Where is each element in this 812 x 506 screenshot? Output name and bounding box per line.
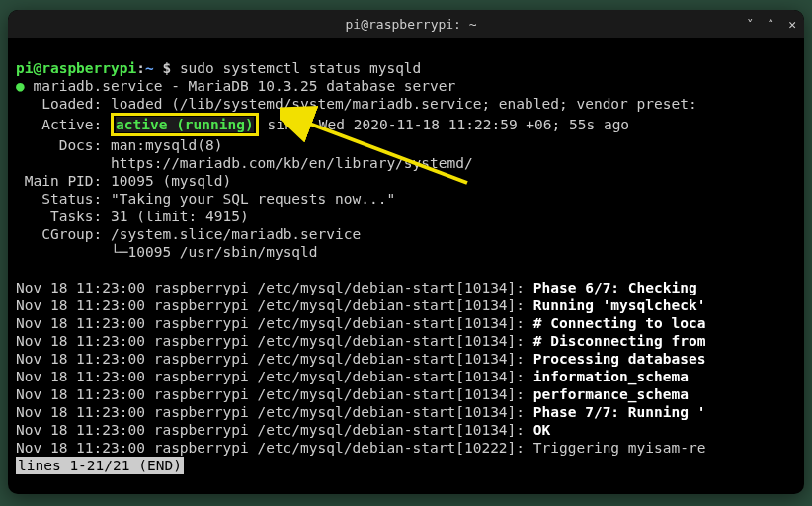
status-text: "Taking your SQL requests now...": [111, 191, 395, 207]
window-title: pi@raspberrypi: ~: [75, 17, 747, 32]
log-prefix: Nov 18 11:23:00 raspberrypi /etc/mysql/d…: [16, 351, 533, 367]
log-message: # Disconnecting from: [533, 333, 706, 349]
log-message: OK: [533, 422, 550, 438]
log-prefix: Nov 18 11:23:00 raspberrypi /etc/mysql/d…: [16, 315, 533, 331]
svg-line-0: [304, 122, 467, 183]
log-prefix: Nov 18 11:23:00 raspberrypi /etc/mysql/d…: [16, 404, 533, 420]
log-prefix: Nov 18 11:23:00 raspberrypi /etc/mysql/d…: [16, 297, 533, 313]
log-message: performance_schema: [533, 386, 689, 402]
log-prefix: Nov 18 11:23:00 raspberrypi /etc/mysql/d…: [16, 422, 533, 438]
cgroup-value: /system.slice/mariadb.service: [111, 226, 361, 242]
highlight-box: active (running): [111, 113, 259, 136]
log-prefix: Nov 18 11:23:00 raspberrypi /etc/mysql/d…: [16, 280, 533, 295]
window-controls: ˅ ˄ ✕: [747, 17, 796, 32]
tasks-value: 31 (limit: 4915): [111, 209, 249, 224]
log-prefix: Nov 18 11:23:00 raspberrypi /etc/mysql/d…: [16, 333, 533, 349]
active-status: active (running): [116, 117, 254, 132]
annotation-arrow-icon: [280, 104, 477, 193]
command-text: sudo systemctl status mysqld: [180, 60, 421, 76]
log-prefix: Nov 18 11:23:00 raspberrypi /etc/mysql/d…: [16, 386, 533, 402]
log-prefix: Nov 18 11:23:00 raspberrypi /etc/mysql/d…: [16, 440, 533, 456]
maximize-icon[interactable]: ˄: [768, 17, 774, 32]
log-message: information_schema: [533, 369, 689, 384]
docs-1: man:mysqld(8): [111, 137, 223, 153]
log-message: Phase 7/7: Running ': [533, 404, 706, 420]
log-message: Processing databases: [533, 351, 706, 367]
pager-status: lines 1-21/21 (END): [16, 457, 184, 474]
cgroup-child: └─10095 /usr/sbin/mysqld: [111, 244, 318, 260]
log-message: Phase 6/7: Checking: [533, 280, 697, 295]
unit-line: mariadb.service - MariaDB 10.3.25 databa…: [33, 78, 455, 94]
prompt-user: pi@raspberrypi: [16, 60, 136, 76]
log-message: # Connecting to loca: [533, 315, 706, 331]
main-pid: 10095 (mysqld): [111, 173, 231, 189]
status-dot-icon: ●: [16, 78, 25, 94]
log-lines: Nov 18 11:23:00 raspberrypi /etc/mysql/d…: [16, 279, 796, 457]
close-icon[interactable]: ✕: [788, 17, 796, 32]
prompt-path: ~: [145, 60, 154, 76]
log-message: Running 'mysqlcheck': [533, 297, 706, 313]
titlebar: pi@raspberrypi: ~ ˅ ˄ ✕: [8, 10, 804, 38]
minimize-icon[interactable]: ˅: [747, 17, 754, 32]
log-prefix: Nov 18 11:23:00 raspberrypi /etc/mysql/d…: [16, 369, 533, 384]
log-message: Triggering myisam-re: [533, 440, 706, 456]
terminal-window: pi@raspberrypi: ~ ˅ ˄ ✕ pi@raspberrypi:~…: [8, 10, 804, 494]
